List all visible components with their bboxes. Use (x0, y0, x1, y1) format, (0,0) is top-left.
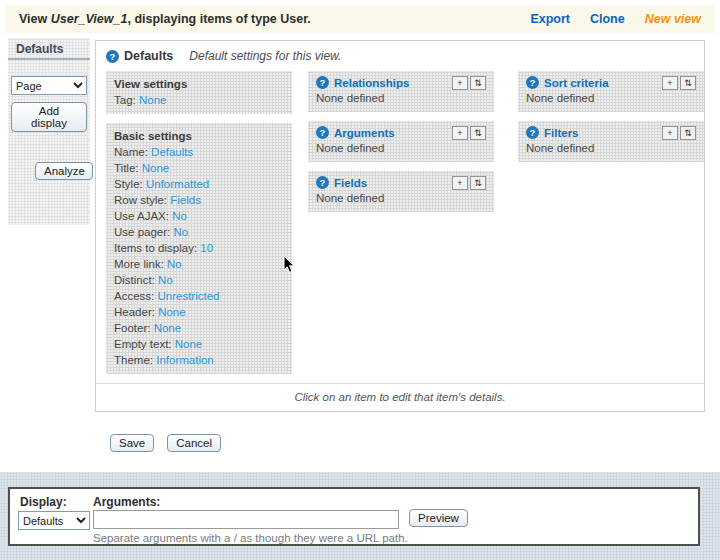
setting-row-use-ajax: Use AJAX: No (114, 208, 284, 224)
setting-label: Items to display: (114, 242, 197, 254)
setting-value-link[interactable]: None (175, 338, 203, 350)
preview-button[interactable]: Preview (409, 509, 468, 527)
display-sidebar: Defaults Page Add display Analyze (8, 38, 90, 225)
add-relationship-icon[interactable]: + (452, 76, 468, 90)
setting-value-link[interactable]: No (167, 258, 182, 270)
edit-hint-text: Click on an item to edit that item's det… (96, 383, 704, 411)
setting-label: Theme: (114, 354, 153, 366)
setting-label: Style: (114, 178, 143, 190)
rearrange-fields-icon[interactable]: ⇅ (470, 176, 486, 190)
setting-label: More link: (114, 258, 164, 270)
filters-link[interactable]: Filters (544, 127, 579, 139)
help-icon[interactable]: ? (526, 76, 539, 89)
setting-value-link[interactable]: Unrestricted (157, 290, 219, 302)
setting-label: Distinct: (114, 274, 155, 286)
setting-value-link[interactable]: Unformatted (146, 178, 209, 190)
display-settings-panel: ? Defaults Default settings for this vie… (95, 40, 705, 412)
preview-help-text: Separate arguments with a / as though th… (93, 532, 408, 544)
cancel-button[interactable]: Cancel (167, 434, 221, 452)
help-icon[interactable]: ? (316, 76, 329, 89)
view-name: User_View_1 (51, 12, 128, 26)
setting-row-tag: Tag: None (114, 92, 284, 108)
relationships-link[interactable]: Relationships (334, 77, 409, 89)
setting-value-link[interactable]: Fields (170, 194, 201, 206)
add-argument-icon[interactable]: + (452, 126, 468, 140)
setting-value-link[interactable]: No (158, 274, 173, 286)
setting-value-link[interactable]: Defaults (151, 146, 193, 158)
help-icon[interactable]: ? (526, 126, 539, 139)
sort-criteria-header: ? Sort criteria + ⇅ (526, 76, 696, 90)
view-status-text: View User_View_1, displaying items of ty… (19, 12, 311, 26)
setting-value-link[interactable]: No (173, 226, 188, 238)
arguments-header: ? Arguments + ⇅ (316, 126, 486, 140)
export-link[interactable]: Export (530, 12, 570, 26)
new-view-link[interactable]: New view (645, 12, 701, 26)
save-button[interactable]: Save (110, 434, 154, 452)
setting-label: Access: (114, 290, 154, 302)
view-title-prefix: View (19, 12, 47, 26)
setting-row-empty-text: Empty text: None (114, 336, 284, 352)
rearrange-arguments-icon[interactable]: ⇅ (470, 126, 486, 140)
setting-label: Name: (114, 146, 148, 158)
setting-value-link[interactable]: 10 (200, 242, 213, 254)
add-filter-icon[interactable]: + (662, 126, 678, 140)
preview-arguments-label: Arguments: (93, 495, 160, 509)
display-type-select[interactable]: Page (11, 76, 87, 95)
help-icon[interactable]: ? (106, 50, 119, 63)
sidebar-body: Page Add display Analyze (8, 60, 90, 180)
fields-box: ? Fields + ⇅ None defined (308, 171, 494, 212)
help-icon[interactable]: ? (316, 176, 329, 189)
rearrange-relationships-icon[interactable]: ⇅ (470, 76, 486, 90)
help-icon[interactable]: ? (316, 126, 329, 139)
setting-row-theme: Theme: Information (114, 352, 284, 368)
setting-label: Tag: (114, 94, 136, 106)
view-action-links: Export Clone New view (530, 12, 701, 26)
preview-display-label: Display: (20, 495, 67, 509)
settings-column-2: ? Relationships + ⇅ None defined ? Argum… (308, 71, 494, 221)
setting-label: Row style: (114, 194, 167, 206)
setting-row-access: Access: Unrestricted (114, 288, 284, 304)
tab-defaults[interactable]: Defaults (8, 38, 90, 60)
rearrange-filters-icon[interactable]: ⇅ (680, 126, 696, 140)
filters-header: ? Filters + ⇅ (526, 126, 696, 140)
fields-link[interactable]: Fields (334, 177, 367, 189)
basic-settings-title: Basic settings (114, 128, 284, 144)
analyze-button[interactable]: Analyze (35, 162, 93, 180)
setting-label: Use AJAX: (114, 210, 169, 222)
add-display-button[interactable]: Add display (11, 102, 87, 132)
setting-row-distinct: Distinct: No (114, 272, 284, 288)
setting-row-footer: Footer: None (114, 320, 284, 336)
sort-criteria-link[interactable]: Sort criteria (544, 77, 609, 89)
setting-row-style: Style: Unformatted (114, 176, 284, 192)
setting-value-link[interactable]: None (142, 162, 170, 174)
arguments-link[interactable]: Arguments (334, 127, 395, 139)
setting-value-link[interactable]: None (139, 94, 167, 106)
form-actions: Save Cancel (110, 434, 221, 452)
clone-link[interactable]: Clone (590, 12, 625, 26)
preview-display-select[interactable]: Defaults (18, 511, 90, 530)
display-settings-header: ? Defaults Default settings for this vie… (96, 41, 704, 63)
rearrange-sorts-icon[interactable]: ⇅ (680, 76, 696, 90)
setting-value-link[interactable]: No (172, 210, 187, 222)
arguments-box: ? Arguments + ⇅ None defined (308, 121, 494, 162)
relationships-box: ? Relationships + ⇅ None defined (308, 71, 494, 112)
setting-label: Empty text: (114, 338, 172, 350)
setting-label: Title: (114, 162, 139, 174)
add-field-icon[interactable]: + (452, 176, 468, 190)
arguments-empty-text: None defined (316, 140, 486, 156)
fields-empty-text: None defined (316, 190, 486, 206)
setting-value-link[interactable]: None (158, 306, 186, 318)
views-edit-page: View User_View_1, displaying items of ty… (0, 0, 720, 560)
filters-box: ? Filters + ⇅ None defined (518, 121, 704, 162)
setting-row-name: Name: Defaults (114, 144, 284, 160)
setting-value-link[interactable]: Information (156, 354, 214, 366)
add-sort-icon[interactable]: + (662, 76, 678, 90)
setting-value-link[interactable]: None (154, 322, 182, 334)
setting-label: Use pager: (114, 226, 170, 238)
settings-column-1: View settings Tag: None Basic settings N… (106, 71, 292, 383)
preview-arguments-input[interactable] (93, 510, 399, 529)
setting-row-more-link: More link: No (114, 256, 284, 272)
setting-row-title: Title: None (114, 160, 284, 176)
relationships-empty-text: None defined (316, 90, 486, 106)
fields-header: ? Fields + ⇅ (316, 176, 486, 190)
